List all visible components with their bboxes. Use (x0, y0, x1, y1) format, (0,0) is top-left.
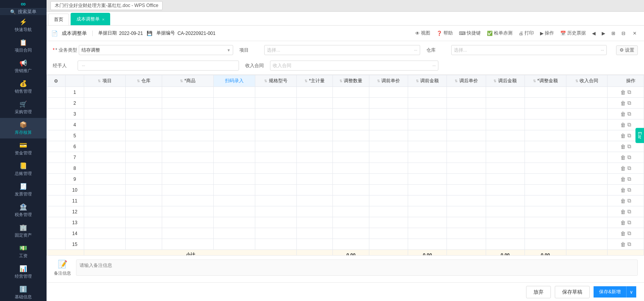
copy-row-icon[interactable]: ⧉ (627, 121, 631, 128)
row-amount-before-cell[interactable] (408, 130, 447, 141)
row-warehouse-cell[interactable] (126, 206, 162, 217)
row-price-before-cell[interactable] (369, 185, 408, 195)
row-unit-cell[interactable] (296, 152, 333, 163)
row-amount-after-cell[interactable] (486, 152, 525, 163)
row-amount-after-cell[interactable] (486, 217, 525, 228)
sidebar-search[interactable]: 🔍 搜索菜单 (0, 9, 47, 15)
row-price-after-cell[interactable] (447, 195, 486, 206)
income-col-header[interactable]: ⇅ 收入合同 (566, 75, 608, 87)
row-scan-cell[interactable] (214, 174, 255, 185)
row-project-cell[interactable] (84, 228, 126, 239)
copy-row-icon[interactable]: ⧉ (627, 197, 631, 204)
copy-row-icon[interactable]: ⧉ (627, 143, 631, 150)
row-amount-before-cell[interactable] (408, 228, 447, 239)
row-amount-after-cell[interactable] (486, 228, 525, 239)
row-project-cell[interactable] (84, 141, 126, 152)
row-warehouse-cell[interactable] (126, 87, 162, 98)
row-income-cell[interactable] (566, 239, 608, 250)
row-project-cell[interactable] (84, 163, 126, 174)
shortcut-btn[interactable]: ⌨ 快捷键 (457, 29, 482, 37)
warehouse-input[interactable]: 选择... ··· (451, 45, 607, 55)
row-product-cell[interactable] (162, 217, 214, 228)
row-income-cell[interactable] (566, 87, 608, 98)
row-product-cell[interactable] (162, 87, 214, 98)
row-price-after-cell[interactable] (447, 228, 486, 239)
row-unit-cell[interactable] (296, 239, 333, 250)
config-col-header[interactable]: ⚙ (47, 75, 66, 87)
tab-cost-adjust[interactable]: 成本调整单 × (71, 13, 110, 25)
row-price-before-cell[interactable] (369, 130, 408, 141)
price-after-col-header[interactable]: ⇅ 调后单价 (447, 75, 486, 87)
row-spec-cell[interactable] (255, 185, 297, 195)
row-amount-after-cell[interactable] (486, 130, 525, 141)
row-income-cell[interactable] (566, 185, 608, 195)
next-btn[interactable]: ▶ (600, 30, 607, 37)
row-qty-cell[interactable] (333, 141, 369, 152)
check-btn[interactable]: ✅ 检单赤测 (485, 29, 514, 37)
view-btn[interactable]: 👁 视图 (414, 29, 432, 37)
row-qty-cell[interactable] (333, 206, 369, 217)
copy-row-icon[interactable]: ⧉ (627, 111, 631, 117)
row-spec-cell[interactable] (255, 130, 297, 141)
row-qty-cell[interactable] (333, 239, 369, 250)
help-btn[interactable]: ❓ 帮助 (435, 29, 454, 37)
qty-col-header[interactable]: ⇅ 调整数量 (333, 75, 369, 87)
taskbar-item[interactable]: 木门行业好业财处理方案-墓红红.doc - WPS Office (50, 1, 163, 10)
row-amount-after-cell[interactable] (486, 119, 525, 130)
copy-row-icon[interactable]: ⧉ (627, 187, 631, 193)
warehouse-col-header[interactable]: ⇅ 仓库 (126, 75, 162, 87)
copy-row-icon[interactable]: ⧉ (627, 165, 631, 171)
row-unit-cell[interactable] (296, 141, 333, 152)
row-income-cell[interactable] (566, 206, 608, 217)
print-btn[interactable]: 🖨 打印 (517, 29, 535, 37)
sidebar-item-tax[interactable]: 🏦 税务管理 (0, 200, 47, 221)
delete-row-icon[interactable]: 🗑 (620, 230, 626, 237)
row-price-after-cell[interactable] (447, 163, 486, 174)
sidebar-item-project-contract[interactable]: 📋 项目合同 (0, 36, 47, 56)
row-unit-cell[interactable] (296, 130, 333, 141)
row-unit-cell[interactable] (296, 163, 333, 174)
copy-row-icon[interactable]: ⧉ (627, 100, 631, 106)
row-unit-cell[interactable] (296, 228, 333, 239)
row-price-after-cell[interactable] (447, 119, 486, 130)
row-scan-cell[interactable] (214, 98, 255, 109)
row-scan-cell[interactable] (214, 87, 255, 98)
row-qty-cell[interactable] (333, 119, 369, 130)
row-price-after-cell[interactable] (447, 217, 486, 228)
row-amount-before-cell[interactable] (408, 217, 447, 228)
sidebar-item-salary[interactable]: 💵 工资 (0, 241, 47, 262)
row-adjust-cell[interactable] (525, 228, 566, 239)
row-spec-cell[interactable] (255, 217, 297, 228)
row-product-cell[interactable] (162, 206, 214, 217)
row-amount-after-cell[interactable] (486, 109, 525, 119)
row-product-cell[interactable] (162, 228, 214, 239)
row-amount-after-cell[interactable] (486, 141, 525, 152)
delete-row-icon[interactable]: 🗑 (620, 154, 626, 161)
row-scan-cell[interactable] (214, 217, 255, 228)
row-price-after-cell[interactable] (447, 185, 486, 195)
row-unit-cell[interactable] (296, 185, 333, 195)
row-project-cell[interactable] (84, 206, 126, 217)
row-product-cell[interactable] (162, 152, 214, 163)
scan-col-header[interactable]: 扫码录入 (214, 75, 255, 87)
row-qty-cell[interactable] (333, 217, 369, 228)
row-price-before-cell[interactable] (369, 98, 408, 109)
row-amount-after-cell[interactable] (486, 195, 525, 206)
row-spec-cell[interactable] (255, 239, 297, 250)
discard-button[interactable]: 放弃 (526, 286, 551, 298)
sidebar-item-sales-promo[interactable]: 📢 营销推广 (0, 56, 47, 77)
row-income-cell[interactable] (566, 152, 608, 163)
copy-row-icon[interactable]: ⧉ (627, 241, 631, 247)
row-project-cell[interactable] (84, 174, 126, 185)
tab-close-icon[interactable]: × (102, 17, 104, 22)
sidebar-item-invoice[interactable]: 🧾 发票管理 (0, 180, 47, 200)
copy-row-icon[interactable]: ⧉ (627, 176, 631, 182)
row-warehouse-cell[interactable] (126, 228, 162, 239)
row-product-cell[interactable] (162, 98, 214, 109)
row-scan-cell[interactable] (214, 206, 255, 217)
row-amount-before-cell[interactable] (408, 163, 447, 174)
row-price-before-cell[interactable] (369, 119, 408, 130)
row-adjust-cell[interactable] (525, 152, 566, 163)
row-income-cell[interactable] (566, 98, 608, 109)
row-project-cell[interactable] (84, 130, 126, 141)
